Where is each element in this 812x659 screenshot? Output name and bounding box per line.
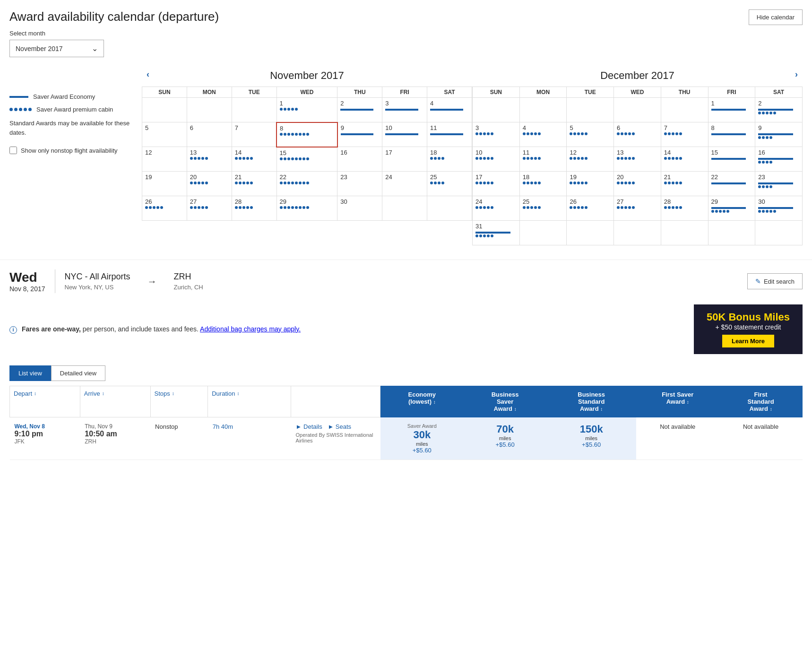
calendar-cell[interactable]: 23 [337, 172, 382, 196]
calendar-cell[interactable]: 22 [276, 172, 337, 196]
calendar-cell[interactable]: 18 [427, 147, 472, 172]
calendar-cell[interactable]: 11 [427, 122, 472, 147]
details-link[interactable]: ► Details [296, 423, 322, 430]
promo-learn-button[interactable]: Learn More [722, 335, 774, 347]
calendar-cell[interactable]: 28 [661, 196, 708, 221]
legend-saver-premium-label: Saver Award premium cabin [36, 106, 113, 113]
calendar-cell[interactable]: 11 [519, 147, 567, 172]
th-depart[interactable]: Depart ↕ [10, 386, 80, 417]
calendar-cell[interactable]: 26 [142, 196, 187, 221]
calendar-cell[interactable]: 5 [142, 122, 187, 147]
detailed-view-button[interactable]: Detailed view [51, 365, 105, 381]
prev-month-button[interactable]: ‹ [147, 69, 149, 79]
th-first-standard[interactable]: FirstStandardAward ↕ [719, 386, 803, 417]
calendar-cell[interactable]: 26 [567, 196, 614, 221]
cal-day-header: MON [187, 87, 232, 98]
th-stops[interactable]: Stops ↕ [150, 386, 208, 417]
calendar-cell[interactable]: 1 [708, 98, 755, 122]
calendar-cell[interactable]: 2 [755, 98, 803, 122]
calendar-cell[interactable]: 17 [473, 172, 520, 196]
th-arrive[interactable]: Arrive ↕ [80, 386, 150, 417]
info-bar: i Fares are one-way, per person, and inc… [0, 298, 812, 361]
calendar-cell[interactable]: 24 [382, 172, 427, 196]
calendar-cell[interactable]: 25 [519, 196, 567, 221]
calendar-cell[interactable]: 15 [276, 147, 337, 172]
nonstop-checkbox-input[interactable] [9, 147, 17, 154]
calendar-cell[interactable]: 29 [276, 196, 337, 221]
calendar-cell[interactable]: 20 [187, 172, 232, 196]
calendar-cell[interactable]: 10 [473, 147, 520, 172]
th-economy[interactable]: Economy(lowest) ↕ [380, 386, 464, 417]
next-month-button[interactable]: › [795, 69, 798, 79]
calendar-cell[interactable]: 28 [232, 196, 276, 221]
calendar-cell[interactable]: 6 [187, 122, 232, 147]
calendar-cell[interactable]: 25 [427, 172, 472, 196]
calendar-cell[interactable]: 20 [614, 172, 661, 196]
depart-sort[interactable]: Depart ↕ [14, 390, 76, 397]
calendar-cell[interactable]: 4 [519, 122, 567, 147]
calendar-cell[interactable]: 21 [661, 172, 708, 196]
calendar-cell[interactable]: 1 [276, 98, 337, 122]
calendar-cell[interactable]: 16 [755, 147, 803, 172]
calendar-cell[interactable]: 24 [473, 196, 520, 221]
page-title: Award availability calendar (departure) [9, 9, 219, 24]
calendar-cell[interactable]: 5 [567, 122, 614, 147]
bag-charges-link[interactable]: Additional bag charges may apply. [200, 325, 301, 333]
calendar-cell[interactable]: 31 [473, 221, 520, 245]
calendar-cell [614, 221, 661, 245]
calendar-cell[interactable]: 13 [187, 147, 232, 172]
calendar-cell[interactable]: 19 [567, 172, 614, 196]
calendar-cell [519, 98, 567, 122]
seats-link[interactable]: ► Seats [328, 423, 351, 430]
calendar-cell[interactable]: 23 [755, 172, 803, 196]
calendar-cell[interactable]: 3 [473, 122, 520, 147]
calendar-cell[interactable]: 8 [708, 122, 755, 147]
calendar-cell[interactable]: 12 [567, 147, 614, 172]
arrive-sort[interactable]: Arrive ↕ [84, 390, 147, 397]
edit-search-button[interactable]: ✎ Edit search [747, 273, 803, 289]
day-number: 10 [385, 124, 424, 131]
th-first-saver[interactable]: First SaverAward ↕ [636, 386, 719, 417]
calendar-cell[interactable]: 12 [142, 147, 187, 172]
th-duration[interactable]: Duration ↕ [208, 386, 291, 417]
calendar-cell[interactable]: 14 [661, 147, 708, 172]
calendar-cell[interactable]: 15 [708, 147, 755, 172]
economy-fee: +$5.60 [385, 447, 459, 454]
calendar-cell[interactable]: 29 [708, 196, 755, 221]
november-title: November 2017 [270, 69, 344, 82]
calendar-cell[interactable]: 7 [661, 122, 708, 147]
calendar-cell[interactable]: 16 [337, 147, 382, 172]
calendar-cell[interactable]: 14 [232, 147, 276, 172]
calendar-cell[interactable]: 19 [142, 172, 187, 196]
calendar-cell[interactable]: 6 [614, 122, 661, 147]
calendar-cell[interactable]: 9 [755, 122, 803, 147]
calendar-section: Select month November 2017 ⌄ Saver Award… [0, 30, 812, 255]
biz-standard-miles-label: miles [552, 435, 631, 441]
calendar-cell[interactable]: 18 [519, 172, 567, 196]
duration-sort[interactable]: Duration ↕ [212, 390, 287, 397]
hide-calendar-button[interactable]: Hide calendar [749, 9, 803, 25]
calendar-cell[interactable]: 2 [337, 98, 382, 122]
th-biz-standard[interactable]: BusinessStandardAward ↕ [547, 386, 636, 417]
calendar-cell[interactable]: 30 [755, 196, 803, 221]
calendar-cell[interactable]: 4 [427, 98, 472, 122]
stops-sort[interactable]: Stops ↕ [155, 390, 204, 397]
calendar-cell[interactable]: 3 [382, 98, 427, 122]
saver-premium-dots [711, 210, 752, 213]
month-dropdown[interactable]: November 2017 ⌄ [9, 40, 104, 57]
calendar-cell[interactable]: 22 [708, 172, 755, 196]
calendar-cell[interactable]: 30 [337, 196, 382, 221]
day-number: 17 [475, 173, 517, 181]
calendar-cell[interactable]: 10 [382, 122, 427, 147]
calendar-cell[interactable]: 17 [382, 147, 427, 172]
calendar-cell[interactable]: 27 [187, 196, 232, 221]
calendar-cell[interactable]: 7 [232, 122, 276, 147]
calendar-cell[interactable]: 8 [276, 122, 337, 147]
calendar-cell[interactable]: 27 [614, 196, 661, 221]
nonstop-filter[interactable]: Show only nonstop flight availability [9, 147, 132, 154]
th-biz-saver[interactable]: BusinessSaverAward ↕ [464, 386, 547, 417]
calendar-cell[interactable]: 9 [337, 122, 382, 147]
list-view-button[interactable]: List view [9, 365, 51, 381]
calendar-cell[interactable]: 21 [232, 172, 276, 196]
calendar-cell[interactable]: 13 [614, 147, 661, 172]
